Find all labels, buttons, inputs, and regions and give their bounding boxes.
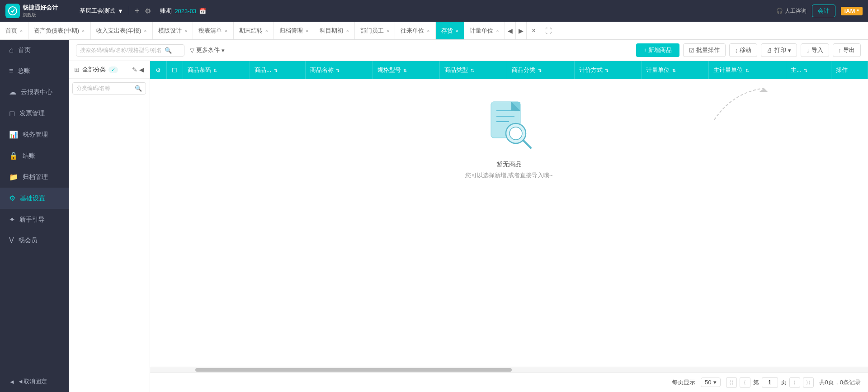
sidebar-home-label: 首页 (18, 46, 31, 54)
search-box-large[interactable]: 搜索条码/编码/名称/规格型号/别名 🔍 (76, 44, 184, 57)
tab-inventory-close[interactable]: × (456, 28, 458, 33)
sidebar-item-guide[interactable]: ✦ 新手引导 (0, 209, 69, 230)
import-icon: ↓ (807, 47, 810, 54)
tab-template[interactable]: 模版设计 × (153, 22, 193, 39)
tab-archive-label: 归档管理 (279, 27, 303, 35)
th-category[interactable]: 商品分类 ⇅ (507, 61, 574, 79)
th-name[interactable]: 商品名称 ⇅ (305, 61, 373, 79)
sidebar-item-ledger[interactable]: ≡ 总账 (0, 61, 69, 81)
tab-income-close[interactable]: × (144, 28, 146, 33)
th-code[interactable]: 商品... ⇅ (250, 61, 306, 79)
content-toolbar: 搜索条码/编码/名称/规格型号/别名 🔍 ▽ 更多条件 ▾ + 新增商品 ☑ 批… (69, 40, 868, 61)
import-button[interactable]: ↓ 导入 (801, 43, 829, 57)
search-placeholder-large: 搜索条码/编码/名称/规格型号/别名 (80, 47, 162, 54)
sidebar-unpin[interactable]: ◄ ◄取消固定 (0, 371, 69, 392)
tab-home[interactable]: 首页 × (0, 22, 28, 39)
unpin-label: ◄取消固定 (18, 378, 47, 386)
tab-template-close[interactable]: × (184, 28, 187, 33)
archive-icon: 📁 (9, 173, 18, 181)
page-next-btn[interactable]: ⟩ (789, 377, 800, 388)
tab-balance-sheet-close[interactable]: × (82, 28, 85, 33)
tab-subject-label: 科目期初 (320, 27, 343, 35)
tab-subject[interactable]: 科目期初 × (314, 22, 354, 39)
tab-unit[interactable]: 计量单位 × (464, 22, 505, 39)
app-name: 畅捷通好会计 旗舰版 (23, 4, 58, 18)
sidebar: ⌂ 首页 ≡ 总账 ☁ 云报表中心 ◻ 发票管理 📊 税务管理 🔒 结账 📁 归… (0, 40, 69, 392)
th-price-method[interactable]: 计价方式 ⇅ (574, 61, 642, 79)
svg-line-8 (524, 141, 531, 148)
page-last-btn[interactable]: ⟩⟩ (803, 377, 814, 388)
sidebar-item-reports[interactable]: ☁ 云报表中心 (0, 81, 69, 103)
table-container: ⚙ ☐ 商品条码 ⇅ 商品... ⇅ 商品名称 ⇅ 规格型号 ⇅ 商品类型 ⇅ … (150, 61, 868, 367)
page-input[interactable] (762, 377, 778, 388)
batch-button[interactable]: ☑ 批量操作 (683, 43, 726, 57)
sidebar-item-home[interactable]: ⌂ 首页 (0, 40, 69, 61)
move-button[interactable]: ↕ 移动 (729, 43, 758, 57)
th-main-unit[interactable]: 主计量单位 ⇅ (708, 61, 786, 79)
tab-department-close[interactable]: × (387, 28, 389, 33)
th-main-short[interactable]: 主... ⇅ (786, 61, 831, 79)
tab-home-close[interactable]: × (20, 28, 23, 33)
category-edit-icon[interactable]: ✎ (132, 66, 137, 73)
category-search-placeholder: 分类编码/名称 (76, 85, 110, 92)
scrollbar-thumb[interactable] (195, 368, 512, 372)
sidebar-item-tax[interactable]: 📊 税务管理 (0, 124, 69, 145)
th-settings[interactable]: ⚙ (150, 61, 166, 79)
add-tab-btn[interactable]: + (135, 6, 140, 16)
doodle-arrow (705, 84, 778, 131)
tab-inventory[interactable]: 存货 × (436, 22, 464, 39)
invoice-icon: ◻ (9, 109, 15, 118)
top-bar: 畅捷通好会计 旗舰版 基层工会测试 ▼ + ⚙ 账期 2023-03 📅 🎧 人… (0, 0, 868, 22)
tab-archive-close[interactable]: × (306, 28, 308, 33)
sidebar-item-member[interactable]: V 畅会员 (0, 230, 69, 251)
tab-close-all[interactable]: × (527, 22, 541, 40)
th-checkbox[interactable]: ☐ (166, 61, 183, 79)
sidebar-item-settings[interactable]: ⚙ 基础设置 (0, 188, 69, 209)
sidebar-item-invoice[interactable]: ◻ 发票管理 (0, 103, 69, 124)
tab-unit-close[interactable]: × (496, 28, 499, 33)
tab-contacts[interactable]: 往来单位 × (395, 22, 435, 39)
tax-icon: 📊 (9, 130, 18, 139)
tab-nav-left[interactable]: ◀ (505, 22, 516, 40)
page-size-select[interactable]: 50 ▾ (701, 378, 720, 387)
dropdown-icon: ▼ (118, 8, 123, 14)
filter-button[interactable]: ▽ 更多条件 ▾ (190, 46, 225, 54)
th-type[interactable]: 商品类型 ⇅ (440, 61, 507, 79)
home-icon: ⌂ (9, 46, 14, 54)
sidebar-item-archive[interactable]: 📁 归档管理 (0, 166, 69, 188)
tab-expand[interactable]: ⛶ (541, 22, 556, 40)
tab-balance-sheet[interactable]: 资产负债表(中期) × (28, 22, 90, 39)
settings-icon[interactable]: ⚙ (145, 7, 151, 15)
tab-income[interactable]: 收入支出表(年报) × (91, 22, 153, 39)
calendar-icon: 📅 (199, 8, 206, 14)
category-title-label: 全部分类 (82, 66, 106, 74)
tab-taxlist[interactable]: 税表清单 × (193, 22, 233, 39)
export-button[interactable]: ↑ 导出 (833, 43, 861, 57)
add-product-button[interactable]: + 新增商品 (636, 43, 679, 57)
service-button[interactable]: 🎧 人工咨询 (776, 7, 807, 15)
print-button[interactable]: 🖨 打印 ▾ (761, 43, 797, 57)
settings-sidebar-icon: ⚙ (9, 194, 15, 203)
tab-department[interactable]: 部门员工 × (355, 22, 395, 39)
toolbar-actions: + 新增商品 ☑ 批量操作 ↕ 移动 🖨 打印 ▾ ↓ 导入 (636, 43, 861, 57)
th-unit[interactable]: 计量单位 ⇅ (642, 61, 709, 79)
horizontal-scrollbar[interactable] (150, 367, 868, 372)
category-search-box[interactable]: 分类编码/名称 🔍 (72, 82, 146, 94)
sidebar-item-close[interactable]: 🔒 结账 (0, 145, 69, 166)
tab-period-close[interactable]: 期末结转 × (234, 22, 274, 39)
account-button[interactable]: 会计 (812, 5, 835, 17)
tab-period-close-close[interactable]: × (265, 28, 268, 33)
tab-contacts-close[interactable]: × (427, 28, 429, 33)
tab-taxlist-close[interactable]: × (225, 28, 227, 33)
category-collapse-btn[interactable]: ◀ (139, 66, 144, 73)
print-chevron-icon: ▾ (788, 47, 791, 54)
page-prev-btn[interactable]: ⟨ (740, 377, 750, 388)
iam-badge[interactable]: iAM * (841, 7, 863, 15)
company-selector[interactable]: 基层工会测试 ▼ (80, 7, 123, 15)
th-spec[interactable]: 规格型号 ⇅ (373, 61, 440, 79)
tab-subject-close[interactable]: × (346, 28, 349, 33)
th-barcode[interactable]: 商品条码 ⇅ (183, 61, 250, 79)
tab-archive[interactable]: 归档管理 × (274, 22, 314, 39)
tab-nav-right[interactable]: ▶ (516, 22, 527, 40)
page-first-btn[interactable]: ⟨⟨ (726, 377, 737, 388)
